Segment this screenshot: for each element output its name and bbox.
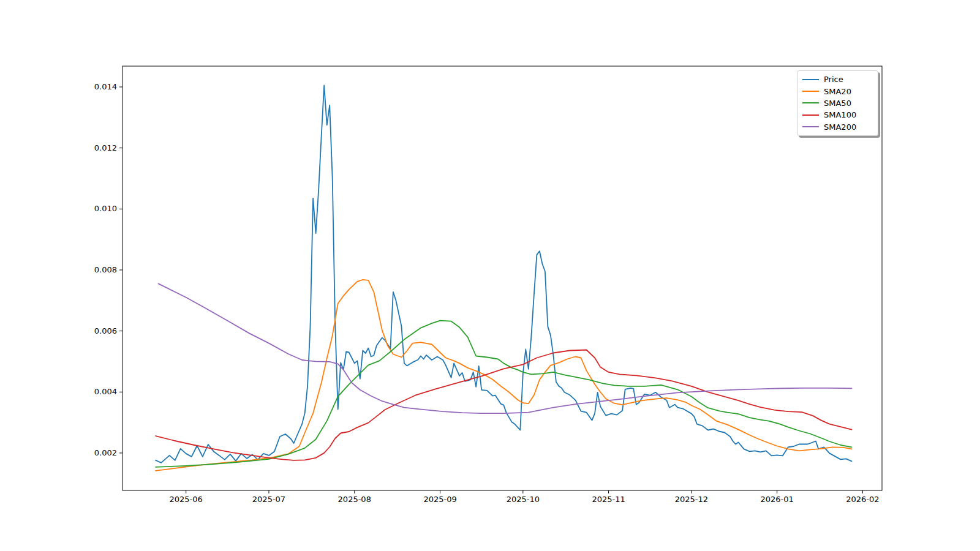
legend-entry-sma50: SMA50 <box>802 97 873 109</box>
x-tick-label: 2025-08 <box>338 495 371 504</box>
figure-canvas: 2025-062025-072025-082025-092025-102025-… <box>0 0 980 551</box>
legend-entry-price: Price <box>802 73 873 85</box>
sma200-line-swatch <box>802 126 819 127</box>
sma20-line-swatch <box>802 91 819 92</box>
price-line <box>156 86 851 463</box>
y-tick-label: 0.006 <box>94 326 117 335</box>
y-tick-label: 0.014 <box>94 82 117 91</box>
x-tick-label: 2025-12 <box>675 495 708 504</box>
sma20-line <box>156 280 851 471</box>
sma100-line-swatch <box>802 114 819 116</box>
legend-label-sma100: SMA100 <box>824 109 856 121</box>
y-tick-label: 0.010 <box>94 204 117 213</box>
legend-box: Price SMA20 SMA50 SMA100 SMA200 <box>797 70 878 136</box>
legend-label-sma20: SMA20 <box>824 86 851 97</box>
sma200-line <box>159 283 852 413</box>
y-tick-label: 0.008 <box>94 265 117 274</box>
plot-spines <box>123 66 882 490</box>
legend-entry-sma100: SMA100 <box>802 109 873 121</box>
x-tick-label: 2026-01 <box>760 495 793 504</box>
sma50-line <box>156 321 851 467</box>
legend-entry-sma20: SMA20 <box>802 86 873 97</box>
legend-entry-sma200: SMA200 <box>802 121 873 133</box>
price-line-swatch <box>802 79 819 80</box>
x-tick-label: 2025-07 <box>252 495 285 504</box>
y-tick-label: 0.012 <box>94 143 117 152</box>
y-tick-label: 0.004 <box>94 387 117 396</box>
legend-label-sma200: SMA200 <box>824 121 856 133</box>
x-tick-label: 2025-09 <box>423 495 456 504</box>
x-tick-label: 2025-10 <box>507 495 540 504</box>
y-tick-label: 0.002 <box>94 448 117 457</box>
x-tick-label: 2026-02 <box>846 495 879 504</box>
sma50-line-swatch <box>802 102 819 103</box>
legend-label-sma50: SMA50 <box>824 97 851 109</box>
x-tick-label: 2025-06 <box>170 495 203 504</box>
x-tick-label: 2025-11 <box>592 495 625 504</box>
legend-label-price: Price <box>824 73 843 85</box>
